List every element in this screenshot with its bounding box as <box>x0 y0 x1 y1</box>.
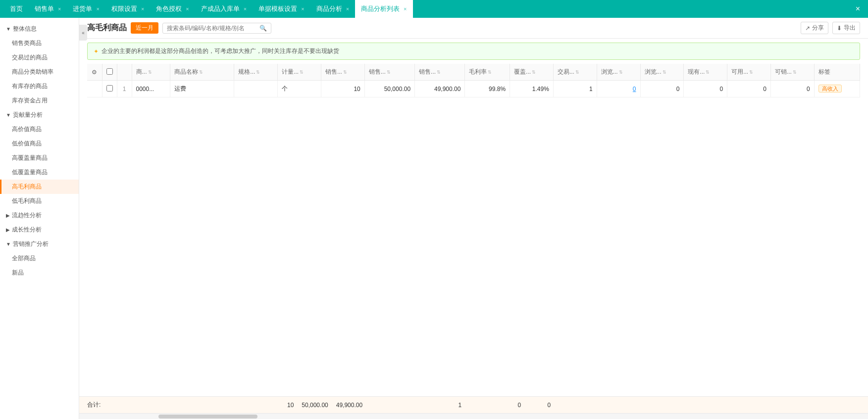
nav-template-settings[interactable]: 单据模板设置 × <box>253 0 310 18</box>
td-trade: 1 <box>553 81 597 97</box>
close-role-auth[interactable]: × <box>186 6 189 12</box>
sort-stock-cur-icon: ⇅ <box>706 70 710 75</box>
nav-role-auth[interactable]: 角色授权 × <box>150 0 195 18</box>
row-checkbox[interactable] <box>106 85 113 92</box>
td-coverage: 1.49% <box>510 81 554 97</box>
th-browse2[interactable]: 浏览...⇅ <box>640 64 684 81</box>
sidebar-item-low-margin[interactable]: 低毛利商品 <box>0 194 79 208</box>
sidebar-item-traded-goods[interactable]: 交易过的商品 <box>0 50 79 65</box>
sidebar-group-contribution[interactable]: ▼ 贡献量分析 <box>0 108 79 122</box>
sidebar-item-new-goods[interactable]: 新品 <box>0 266 79 280</box>
sidebar-group-overall[interactable]: ▼ 整体信息 <box>0 22 79 36</box>
nav-product-analysis[interactable]: 商品分析 × <box>310 0 355 18</box>
th-stock-avail[interactable]: 可用...⇅ <box>727 64 771 81</box>
sort-name-icon: ⇅ <box>199 70 203 75</box>
close-purchase-order[interactable]: × <box>96 6 99 12</box>
search-box: 🔍 <box>162 23 271 34</box>
close-sales-order[interactable]: × <box>58 6 61 12</box>
th-tag: 标签 <box>814 64 860 81</box>
td-tag: 高收入 <box>814 81 860 97</box>
close-product-stock[interactable]: × <box>244 6 247 12</box>
sort-coverage-icon: ⇅ <box>532 70 536 75</box>
sidebar-item-stock-capital[interactable]: 库存资金占用 <box>0 93 79 108</box>
close-product-analysis-list[interactable]: × <box>404 6 407 12</box>
th-name[interactable]: 商品名称⇅ <box>170 64 234 81</box>
th-sales-qty[interactable]: 销售...⇅ <box>321 64 364 81</box>
td-settings <box>87 81 102 97</box>
nav-purchase-order[interactable]: 进货单 × <box>67 0 105 18</box>
info-icon: ✦ <box>94 48 99 55</box>
sidebar-item-all-goods[interactable]: 全部商品 <box>0 251 79 266</box>
td-spec <box>234 81 278 97</box>
th-trade[interactable]: 交易...⇅ <box>553 64 597 81</box>
sort-sales-cost-icon: ⇅ <box>437 70 441 75</box>
close-product-analysis[interactable]: × <box>346 6 349 12</box>
filter-recent-month-button[interactable]: 近一月 <box>131 22 158 34</box>
th-checkbox[interactable] <box>102 64 117 81</box>
scrollbar-thumb[interactable] <box>158 415 257 419</box>
sort-sales-amt-icon: ⇅ <box>387 70 391 75</box>
th-coverage[interactable]: 覆盖...⇅ <box>510 64 554 81</box>
sidebar-group-marketing[interactable]: ▼ 营销推广分析 <box>0 237 79 251</box>
share-button[interactable]: ↗ 分享 <box>801 22 828 34</box>
nav-product-analysis-list[interactable]: 商品分析列表 × <box>355 0 412 18</box>
td-browse2: 0 <box>640 81 684 97</box>
share-icon: ↗ <box>805 25 810 32</box>
sidebar-collapse-button[interactable]: « <box>79 25 87 41</box>
th-gross-rate[interactable]: 毛利率⇅ <box>465 64 510 81</box>
footer-sales-cost: 49,900.00 <box>332 402 366 409</box>
horizontal-scrollbar[interactable] <box>79 413 868 419</box>
sidebar-group-flow[interactable]: ▶ 流趋性分析 <box>0 208 79 223</box>
td-stock-sale: 0 <box>770 81 814 97</box>
nav-permission-settings[interactable]: 权限设置 × <box>105 0 150 18</box>
export-button[interactable]: ⬇ 导出 <box>832 22 860 34</box>
nav-close-all[interactable]: × <box>852 4 864 13</box>
th-code[interactable]: 商...⇅ <box>132 64 170 81</box>
td-gross-rate: 99.8% <box>465 81 510 97</box>
th-sales-cost[interactable]: 销售...⇅ <box>415 64 465 81</box>
th-stock-sale[interactable]: 可销...⇅ <box>770 64 814 81</box>
sort-sales-qty-icon: ⇅ <box>343 70 347 75</box>
search-input[interactable] <box>167 25 257 32</box>
sidebar-item-sales-goods[interactable]: 销售类商品 <box>0 36 79 50</box>
td-code: 0000... <box>132 81 170 97</box>
sidebar-group-growth[interactable]: ▶ 成长性分析 <box>0 223 79 237</box>
th-unit[interactable]: 计量...⇅ <box>278 64 321 81</box>
export-icon: ⬇ <box>837 25 842 32</box>
td-browse1[interactable]: 0 <box>597 81 640 97</box>
sort-gross-rate-icon: ⇅ <box>488 70 492 75</box>
th-spec[interactable]: 规格...⇅ <box>234 64 278 81</box>
th-sales-amt[interactable]: 销售...⇅ <box>364 64 414 81</box>
arrow-growth: ▶ <box>6 227 10 233</box>
arrow-overall: ▼ <box>6 26 11 32</box>
close-permission-settings[interactable]: × <box>141 6 144 12</box>
th-rownum <box>117 64 132 81</box>
th-browse1[interactable]: 浏览...⇅ <box>597 64 640 81</box>
td-sales-cost: 49,900.00 <box>415 81 465 97</box>
td-stock-cur: 0 <box>684 81 727 97</box>
sidebar-item-low-coverage[interactable]: 低覆盖量商品 <box>0 165 79 180</box>
sidebar-item-low-value[interactable]: 低价值商品 <box>0 137 79 151</box>
nav-product-stock[interactable]: 产成品入库单 × <box>195 0 253 18</box>
nav-home[interactable]: 首页 <box>4 0 29 18</box>
nav-sales-order[interactable]: 销售单 × <box>29 0 67 18</box>
sort-code-icon: ⇅ <box>148 70 152 75</box>
sidebar-item-high-value[interactable]: 高价值商品 <box>0 122 79 137</box>
arrow-marketing: ▼ <box>6 241 11 247</box>
search-icon[interactable]: 🔍 <box>259 25 267 32</box>
sidebar-item-stock-goods[interactable]: 有库存的商品 <box>0 79 79 93</box>
td-checkbox[interactable] <box>102 81 117 97</box>
th-stock-cur[interactable]: 现有...⇅ <box>684 64 727 81</box>
th-settings[interactable]: ⚙ <box>87 64 102 81</box>
sidebar-item-category-assist[interactable]: 商品分类助销率 <box>0 65 79 79</box>
sort-trade-icon: ⇅ <box>575 70 579 75</box>
sidebar-item-high-coverage[interactable]: 高覆盖量商品 <box>0 151 79 165</box>
td-sales-amt: 50,000.00 <box>364 81 414 97</box>
table-container: ⚙ 商...⇅ 商品名称⇅ 规格...⇅ 计量...⇅ <box>87 64 860 396</box>
select-all-checkbox[interactable] <box>106 68 113 75</box>
sidebar-item-high-margin[interactable]: 高毛利商品 <box>0 180 79 194</box>
sort-unit-icon: ⇅ <box>300 70 304 75</box>
table-footer: 合计: 10 50,000.00 49,900.00 1 0 0 <box>79 396 868 413</box>
close-template-settings[interactable]: × <box>301 6 304 12</box>
footer-sales-qty: 10 <box>268 402 298 409</box>
